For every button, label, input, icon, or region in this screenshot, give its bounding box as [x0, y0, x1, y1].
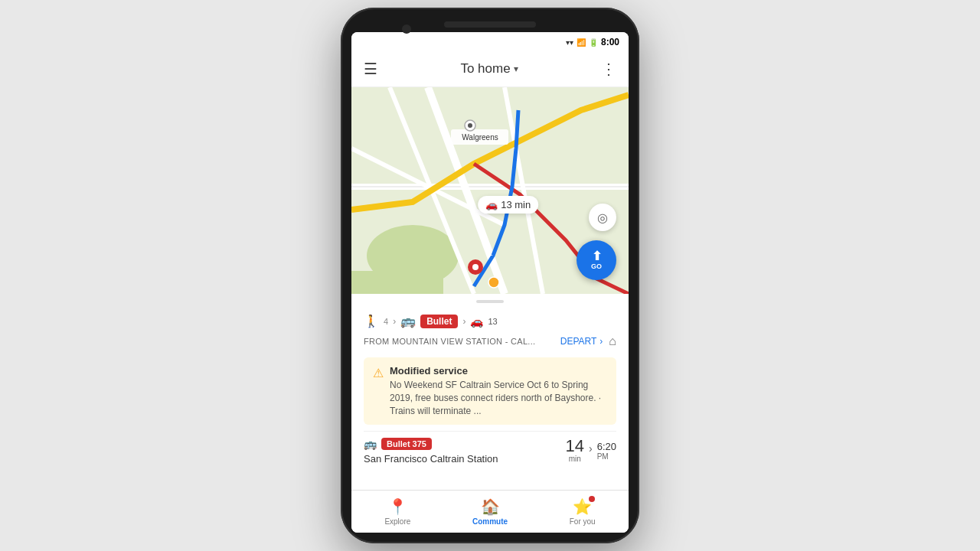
walk-count: 4 — [384, 317, 388, 326]
alert-content: Modified service No Weekend SF Caltrain … — [390, 365, 607, 417]
transit-info-left: 🚌 Bullet 375 San Francisco Caltrain Stat… — [364, 438, 498, 465]
for-you-label: For you — [570, 517, 596, 526]
alert-text: No Weekend SF Caltrain Service Oct 6 to … — [390, 379, 607, 417]
transit-min-label: min — [566, 455, 584, 463]
route-bullet-badge: Bullet — [420, 315, 458, 328]
depart-arrow-icon: › — [599, 336, 603, 347]
walk-icon: 🚶 — [364, 314, 379, 328]
status-time: 8:00 — [601, 37, 619, 47]
handle-bar — [476, 300, 504, 303]
travel-time-text: 13 min — [501, 199, 531, 210]
phone-device: ▾▾ 📶 🔋 8:00 ☰ To home ▾ ⋮ — [341, 8, 639, 543]
transit-time-block: 14 min — [566, 438, 584, 463]
car-icon: 🚗 — [485, 199, 498, 210]
trip-from-text: FROM MOUNTAIN VIEW STATION - CAL... — [364, 337, 560, 346]
nav-item-explore[interactable]: 📍 Explore — [351, 491, 444, 533]
arrow2-icon: › — [462, 316, 466, 327]
svg-rect-4 — [351, 271, 443, 294]
go-label: GO — [591, 262, 602, 270]
go-button[interactable]: ⬆ GO — [577, 240, 616, 280]
transit-station: San Francisco Caltrain Station — [364, 453, 498, 465]
explore-icon: 📍 — [388, 497, 407, 516]
title-text: To home — [460, 61, 510, 77]
battery-icon: 🔋 — [589, 38, 598, 47]
nav-item-commute[interactable]: 🏠 Commute — [444, 491, 537, 533]
trip-info-bar: FROM MOUNTAIN VIEW STATION - CAL... DEPA… — [351, 334, 629, 354]
alert-box: ⚠ Modified service No Weekend SF Caltrai… — [364, 357, 616, 425]
transit-depart-time: 6:20 — [597, 441, 616, 452]
commute-icon: 🏠 — [481, 497, 500, 516]
content-area: 🚶 4 › 🚌 Bullet › 🚗 13 FROM MOUNTAIN VIEW… — [351, 309, 629, 490]
app-bar: ☰ To home ▾ ⋮ — [351, 51, 629, 87]
home-destination-icon: ⌂ — [609, 334, 616, 348]
location-icon: ◎ — [597, 210, 608, 225]
svg-text:Walgreens: Walgreens — [462, 133, 498, 142]
travel-time-badge: 🚗 13 min — [478, 196, 538, 214]
transit-minutes: 14 — [566, 438, 584, 455]
car-route-number: 13 — [488, 317, 497, 326]
phone-speaker — [444, 21, 536, 28]
depart-label: DEPART — [560, 336, 597, 347]
svg-point-14 — [468, 123, 472, 128]
transit-arrow-icon: › — [589, 442, 593, 455]
arrow1-icon: › — [393, 316, 396, 327]
svg-point-16 — [472, 264, 479, 270]
car-route-icon: 🚗 — [470, 315, 483, 328]
transit-route: 🚌 Bullet 375 — [364, 438, 498, 450]
status-icons: ▾▾ 📶 🔋 8:00 — [566, 37, 619, 47]
train-icon: 🚌 — [400, 314, 416, 328]
map-area[interactable]: Walgreens 🚗 13 min ◎ ⬆ — [351, 87, 629, 294]
menu-icon[interactable]: ☰ — [364, 60, 377, 78]
alert-warning-icon: ⚠ — [373, 366, 384, 417]
transit-depart-block: 6:20 PM — [597, 438, 616, 461]
transit-depart-period: PM — [597, 452, 616, 461]
location-button[interactable]: ◎ — [589, 204, 616, 231]
signal-icon: 📶 — [577, 38, 586, 47]
transit-info-right: 14 min › 6:20 PM — [566, 438, 616, 463]
phone-notch — [351, 21, 629, 28]
status-bar: ▾▾ 📶 🔋 8:00 — [351, 32, 629, 51]
svg-point-17 — [488, 277, 499, 288]
alert-title: Modified service — [390, 365, 607, 377]
transit-bus-icon: 🚌 — [364, 438, 377, 450]
phone-camera — [402, 24, 411, 34]
wifi-icon: ▾▾ — [566, 38, 573, 47]
phone-screen: ▾▾ 📶 🔋 8:00 ☰ To home ▾ ⋮ — [351, 32, 629, 533]
commute-label: Commute — [472, 517, 508, 526]
app-title[interactable]: To home ▾ — [377, 61, 601, 77]
explore-label: Explore — [384, 517, 410, 526]
route-header: 🚶 4 › 🚌 Bullet › 🚗 13 — [351, 309, 629, 334]
nav-item-for-you[interactable]: ⭐ For you — [536, 491, 629, 533]
for-you-badge-wrapper: ⭐ — [573, 497, 592, 516]
bottom-nav: 📍 Explore 🏠 Commute ⭐ For you — [351, 490, 629, 533]
navigation-icon: ⬆ — [592, 250, 602, 262]
more-options-icon[interactable]: ⋮ — [601, 60, 616, 78]
notification-badge-dot — [589, 496, 595, 502]
transit-card[interactable]: 🚌 Bullet 375 San Francisco Caltrain Stat… — [364, 431, 616, 471]
transit-bullet-badge: Bullet 375 — [381, 438, 432, 450]
depart-button[interactable]: DEPART › — [560, 336, 603, 347]
scroll-handle — [351, 294, 629, 309]
dropdown-arrow-icon: ▾ — [514, 64, 518, 74]
